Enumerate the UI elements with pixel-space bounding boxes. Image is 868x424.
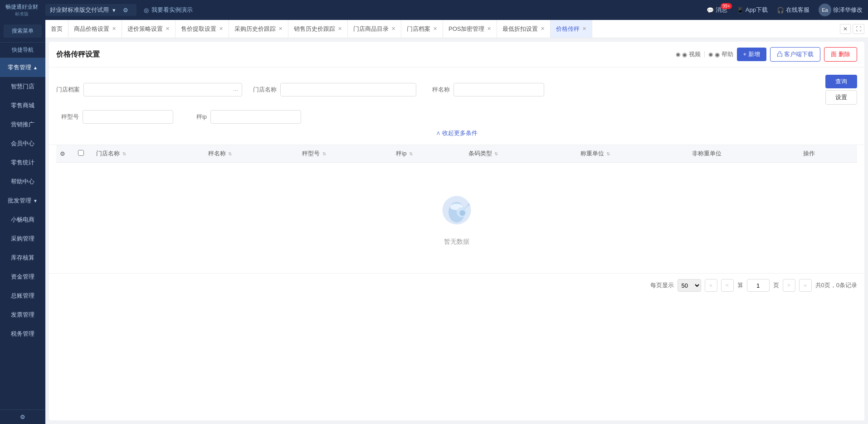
maximize-btn[interactable]: ⛶ — [853, 24, 864, 34]
th-scale-name: 秤名称 ⇅ — [205, 145, 298, 163]
last-page-btn[interactable]: » — [799, 279, 812, 292]
prev-page-btn[interactable]: < — [721, 279, 734, 292]
scale-model-input[interactable] — [83, 110, 173, 124]
query-btn[interactable]: 查询 — [825, 75, 857, 88]
table-header-row: ⚙ 门店名称 ⇅ 秤名称 — [56, 145, 857, 163]
page-number-input[interactable] — [747, 279, 770, 292]
sidebar-item-finance[interactable]: 资金管理 — [0, 267, 45, 286]
content-area: 首页 商品价格设置 ✕ 进价策略设置 ✕ 售价提取设置 ✕ 采购历史价跟踪 ✕ — [45, 20, 868, 424]
sidebar-item-wholesale[interactable]: 批发管理 — [0, 191, 45, 210]
tab-home[interactable]: 首页 — [45, 20, 68, 38]
user-menu[interactable]: Ea 徐泽华修改 — [819, 4, 863, 16]
sidebar-item-mini-ecom[interactable]: 小畅电商 — [0, 210, 45, 229]
page-title: 价格传秤设置 — [56, 50, 100, 59]
sidebar-item-inventory[interactable]: 库存核算 — [0, 248, 45, 267]
scale-name-input[interactable] — [454, 83, 544, 96]
close-tab-btn[interactable]: ✕ — [840, 24, 851, 34]
sidebar-menu: 零售管理 智慧门店 零售商城 营销推广 会员中心 零售统计 帮助 — [0, 58, 45, 410]
tab-label: 销售历史价跟踪 — [294, 25, 335, 33]
page-content: 价格传秤设置 ◉ 视频 ◉ 帮助 + 新增 — [49, 42, 864, 420]
tab-purchase-strategy[interactable]: 进价策略设置 ✕ — [122, 20, 176, 38]
avatar: Ea — [819, 4, 831, 16]
app-download-btn[interactable]: 📱 App下载 — [736, 6, 768, 14]
sidebar-item-accounting[interactable]: 总账管理 — [0, 286, 45, 305]
sort-icon: ⇅ — [322, 151, 326, 156]
tab-purchase-history[interactable]: 采购历史价跟踪 ✕ — [229, 20, 288, 38]
tab-price-scale[interactable]: 价格传秤 ✕ — [551, 20, 592, 38]
store-file-selector[interactable]: ··· — [83, 83, 242, 96]
online-service-btn[interactable]: 🎧 在线客服 — [777, 6, 809, 14]
delete-btn[interactable]: 面 删除 — [824, 47, 857, 62]
tab-sale-price[interactable]: 售价提取设置 ✕ — [176, 20, 229, 38]
sidebar-item-retail-stats[interactable]: 零售统计 — [0, 153, 45, 172]
next-page-btn[interactable]: > — [783, 279, 795, 292]
tab-close-icon[interactable]: ✕ — [391, 26, 395, 32]
select-all-checkbox[interactable] — [78, 150, 84, 156]
tab-close-icon[interactable]: ✕ — [166, 26, 170, 32]
sidebar-item-tax[interactable]: 税务管理 — [0, 324, 45, 343]
store-name-input[interactable] — [280, 83, 416, 96]
add-btn[interactable]: + 新增 — [737, 48, 766, 61]
tab-close-icon[interactable]: ✕ — [582, 26, 586, 32]
th-weight-unit: 称重单位 ⇅ — [577, 145, 689, 163]
gear-icon: ⚙ — [20, 414, 25, 420]
sidebar-item-retail-mgmt[interactable]: 零售管理 — [0, 58, 45, 77]
svg-point-6 — [467, 204, 469, 206]
sidebar-item-label: 零售商城 — [11, 101, 34, 110]
filter-scale-name-label: 秤名称 — [427, 86, 450, 94]
sidebar-item-retail-mall[interactable]: 零售商城 — [0, 96, 45, 115]
tab-close-icon[interactable]: ✕ — [487, 26, 491, 32]
sidebar-search-section: 搜索菜单 — [0, 20, 45, 43]
settings-icon[interactable]: ⚙ — [123, 7, 128, 14]
first-page-btn[interactable]: « — [705, 279, 717, 292]
collapse-btn[interactable]: ∧ 收起更多条件 — [436, 129, 478, 137]
scale-ip-input[interactable] — [210, 110, 301, 124]
sidebar-item-help[interactable]: 帮助中心 — [0, 172, 45, 191]
filter-scale-model-label: 秤型号 — [56, 113, 79, 121]
column-settings-icon[interactable]: ⚙ — [60, 150, 65, 157]
settings-btn[interactable]: 设置 — [825, 90, 857, 105]
demo-link[interactable]: 我要看实例演示 — [144, 6, 193, 14]
help-link[interactable]: ◉ 帮助 — [708, 50, 733, 58]
message-btn[interactable]: 💬 99+ 消息 — [707, 6, 727, 14]
tab-sale-history[interactable]: 销售历史价跟踪 ✕ — [288, 20, 348, 38]
data-table: ⚙ 门店名称 ⇅ 秤名称 — [56, 145, 857, 163]
online-service-label: 在线客服 — [786, 6, 809, 14]
th-scale-name-label: 秤名称 — [208, 150, 226, 157]
sidebar-item-marketing[interactable]: 营销推广 — [0, 115, 45, 134]
tab-pos-mgmt[interactable]: POS加密管理 ✕ — [443, 20, 497, 38]
filter-scale-model: 秤型号 — [56, 110, 173, 124]
video-link[interactable]: ◉ 视频 — [676, 50, 701, 58]
sidebar-item-smart-store[interactable]: 智慧门店 — [0, 77, 45, 96]
page-size-select[interactable]: 10 20 50 100 — [678, 279, 701, 292]
filter-scale-ip: 秤ip — [184, 110, 301, 124]
tab-label: 价格传秤 — [556, 25, 580, 33]
quick-nav-btn[interactable]: 快捷导航 — [0, 43, 45, 58]
tab-close-icon[interactable]: ✕ — [219, 26, 223, 32]
tab-close-icon[interactable]: ✕ — [112, 26, 116, 32]
sidebar-item-label: 税务管理 — [11, 330, 34, 338]
prev-page-icon: < — [726, 282, 729, 289]
sidebar-settings-btn[interactable]: ⚙ — [0, 410, 45, 424]
sort-icon: ⇅ — [409, 151, 413, 156]
download-btn[interactable]: 凸 客户端下载 — [770, 47, 821, 62]
sidebar-item-member[interactable]: 会员中心 — [0, 134, 45, 153]
last-page-icon: » — [804, 282, 807, 289]
filter-area: 门店档案 ··· 门店名称 秤名称 — [49, 67, 864, 145]
tab-price-settings[interactable]: 商品价格设置 ✕ — [68, 20, 122, 38]
th-non-weight-unit: 非称重单位 — [688, 145, 800, 163]
sidebar-item-purchase[interactable]: 采购管理 — [0, 229, 45, 248]
search-menu-btn[interactable]: 搜索菜单 — [4, 24, 42, 38]
tab-store-file[interactable]: 门店档案 ✕ — [401, 20, 443, 38]
sidebar-item-invoice[interactable]: 发票管理 — [0, 305, 45, 324]
th-checkbox — [74, 145, 93, 163]
tab-close-icon[interactable]: ✕ — [433, 26, 437, 32]
tab-store-catalog[interactable]: 门店商品目录 ✕ — [348, 20, 401, 38]
tab-close-icon[interactable]: ✕ — [541, 26, 545, 32]
tab-min-discount[interactable]: 最低折扣设置 ✕ — [497, 20, 551, 38]
page-input-label: 算 — [737, 281, 743, 289]
version-selector[interactable]: 好业财标准版交付试用 ▾ ⚙ — [45, 4, 137, 16]
tab-close-icon[interactable]: ✕ — [338, 26, 342, 32]
tab-close-icon[interactable]: ✕ — [278, 26, 283, 32]
th-store-name-label: 门店名称 — [96, 150, 120, 157]
